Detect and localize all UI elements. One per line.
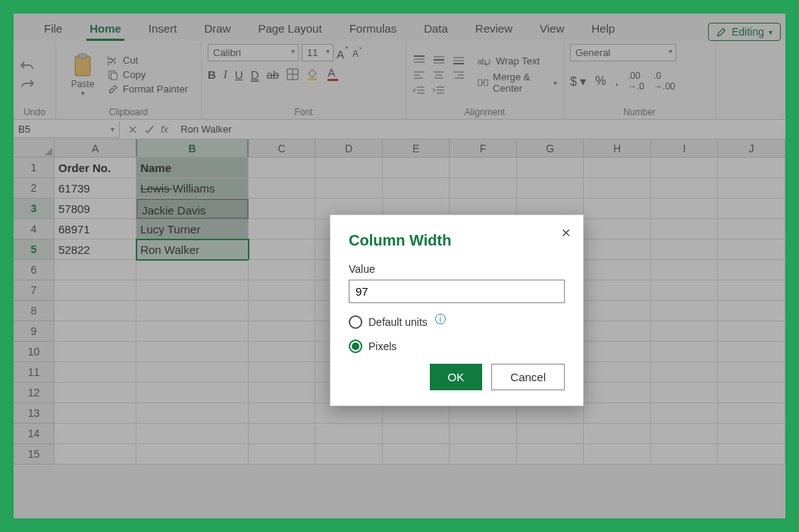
cell[interactable] (584, 362, 651, 383)
radio-pixels[interactable]: Pixels (349, 340, 565, 353)
tab-page-layout[interactable]: Page Layout (244, 17, 335, 41)
cell[interactable] (136, 260, 248, 280)
cell[interactable] (136, 280, 248, 301)
radio-default-units[interactable]: Default units i (349, 315, 565, 329)
cell[interactable] (136, 362, 248, 383)
italic-button[interactable]: I (224, 68, 227, 81)
cell[interactable] (517, 158, 584, 178)
column-width-input[interactable] (349, 280, 565, 303)
row-header[interactable]: 11 (14, 362, 55, 383)
cell[interactable] (249, 444, 316, 465)
number-format-select[interactable]: General (570, 44, 676, 61)
cell[interactable] (651, 158, 719, 178)
cell[interactable] (249, 362, 316, 383)
cell[interactable] (584, 383, 651, 403)
cell[interactable] (651, 199, 719, 219)
cell[interactable] (450, 424, 517, 444)
cell[interactable] (651, 424, 719, 444)
font-name-select[interactable]: Calibri (208, 44, 299, 61)
cell[interactable] (584, 219, 651, 239)
cell-active[interactable]: Ron Walker (136, 239, 248, 260)
cell[interactable] (718, 383, 785, 403)
col-header-I[interactable]: I (651, 139, 719, 158)
cancel-icon[interactable] (127, 124, 138, 135)
cell[interactable]: Lewis Williams (136, 178, 248, 199)
formula-input[interactable]: Ron Walker (176, 124, 785, 135)
tab-help[interactable]: Help (578, 17, 628, 41)
cell[interactable] (249, 199, 316, 219)
col-header-H[interactable]: H (584, 139, 651, 158)
decrease-decimal-icon[interactable]: .0→.00 (653, 70, 675, 92)
col-header-G[interactable]: G (517, 139, 584, 158)
cell[interactable] (718, 362, 785, 383)
cell[interactable] (315, 444, 383, 465)
cell[interactable] (136, 403, 248, 424)
cell[interactable] (584, 260, 651, 280)
col-header-B[interactable]: B (136, 139, 249, 158)
borders-icon[interactable] (287, 68, 299, 80)
font-color-icon[interactable]: A (326, 67, 340, 81)
tab-data[interactable]: Data (410, 17, 462, 41)
cell[interactable] (651, 219, 719, 239)
cell[interactable] (718, 219, 785, 239)
tab-draw[interactable]: Draw (190, 17, 244, 41)
row-header[interactable]: 13 (14, 403, 55, 424)
cell[interactable]: 61739 (55, 178, 136, 199)
cell[interactable] (651, 280, 719, 301)
decrease-indent-icon[interactable] (412, 85, 426, 95)
cell[interactable] (584, 199, 651, 219)
cell[interactable] (651, 178, 719, 199)
cell[interactable] (136, 301, 248, 321)
align-center-icon[interactable] (432, 70, 446, 80)
merge-center-button[interactable]: Merge & Center▾ (478, 71, 557, 94)
cell[interactable] (383, 158, 450, 178)
row-header[interactable]: 10 (14, 342, 55, 362)
cell[interactable] (651, 444, 719, 465)
cell[interactable] (651, 301, 719, 321)
col-header-E[interactable]: E (383, 139, 450, 158)
row-header[interactable]: 14 (14, 424, 55, 444)
cell[interactable] (136, 424, 248, 444)
increase-indent-icon[interactable] (432, 85, 446, 95)
cell[interactable] (450, 158, 517, 178)
cell[interactable]: 57809 (55, 199, 136, 219)
cell[interactable] (584, 424, 651, 444)
increase-decimal-icon[interactable]: .00→.0 (628, 70, 644, 92)
col-header-F[interactable]: F (450, 139, 517, 158)
row-header[interactable]: 1 (14, 158, 55, 178)
cell[interactable] (651, 260, 719, 280)
cancel-button[interactable]: Cancel (491, 364, 565, 390)
cell[interactable] (249, 403, 316, 424)
cell[interactable] (315, 424, 383, 444)
cell[interactable] (718, 199, 785, 219)
cell[interactable] (383, 403, 450, 424)
cell[interactable] (651, 342, 719, 362)
cell[interactable] (651, 321, 719, 342)
currency-icon[interactable]: $ ▾ (570, 74, 586, 89)
cell[interactable] (55, 444, 136, 465)
tab-file[interactable]: File (30, 17, 76, 41)
cell[interactable] (55, 424, 136, 444)
cell[interactable] (450, 444, 517, 465)
cell[interactable] (450, 178, 517, 199)
fill-color-icon[interactable] (306, 68, 318, 80)
col-header-J[interactable]: J (718, 139, 785, 158)
cell[interactable] (249, 178, 316, 199)
cell[interactable] (55, 301, 136, 321)
row-header[interactable]: 15 (14, 444, 55, 465)
cell[interactable] (249, 321, 316, 342)
cell[interactable] (136, 321, 248, 342)
cell[interactable] (584, 301, 651, 321)
bold-button[interactable]: B (208, 68, 216, 81)
col-header-A[interactable]: A (55, 139, 136, 158)
col-header-C[interactable]: C (249, 139, 316, 158)
cell[interactable] (249, 280, 316, 301)
row-header[interactable]: 6 (14, 260, 55, 280)
cell[interactable] (55, 321, 136, 342)
enter-icon[interactable] (144, 124, 155, 135)
cell[interactable]: Lucy Turner (136, 219, 248, 239)
cell[interactable] (718, 260, 785, 280)
cell[interactable]: Jackie Davis (136, 199, 248, 219)
cell[interactable] (315, 158, 383, 178)
cell[interactable] (383, 444, 450, 465)
